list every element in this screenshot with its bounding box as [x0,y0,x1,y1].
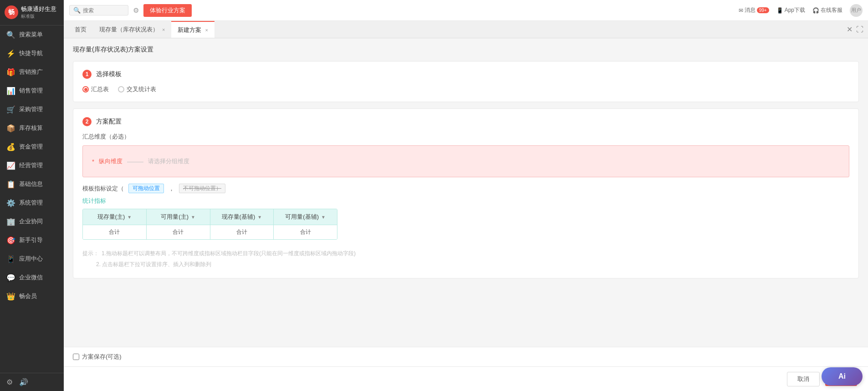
search-menu-icon: 🔍 [6,31,15,39]
sidebar-item-purchase[interactable]: 🛒 采购管理 [0,100,64,119]
page-title: 现存量(库存状况表)方案设置 [73,46,859,54]
sidebar-logo: 畅 畅康通好生意 标准版 [0,0,64,26]
topbar-right: ✉ 消息 99+ 📱 App下载 🎧 在线客服 用户 [739,4,863,17]
sidebar-item-label: 搜索菜单 [19,31,43,39]
sidebar-item-system[interactable]: ⚙️ 系统管理 [0,194,64,212]
headset-icon: 🎧 [812,7,819,14]
app-center-icon: 📱 [6,255,15,263]
vertical-dim-placeholder: 请选择分组维度 [148,157,189,165]
service-label: 在线客服 [821,6,842,14]
save-label: 方案保存(可选) [82,353,122,361]
settings-gear-icon[interactable]: ⚙ [133,6,139,15]
indicator-movable: 可拖动位置 [128,184,164,193]
sidebar-item-quick-nav[interactable]: ⚡ 快捷导航 [0,44,64,63]
tabbar-controls: ✕ ⛶ [847,25,863,34]
message-button[interactable]: ✉ 消息 99+ [739,6,769,14]
sidebar-item-wechat[interactable]: 💬 企业微信 [0,268,64,287]
sidebar-item-finance[interactable]: 💰 资金管理 [0,138,64,156]
sidebar-item-inventory[interactable]: 📦 库存核算 [0,119,64,138]
sidebar-item-basic-info[interactable]: 📋 基础信息 [0,175,64,194]
tab-inventory-status[interactable]: 现存量（库存状况表） × [93,21,171,38]
sidebar-item-label: 企业微信 [19,273,43,282]
col-2[interactable]: 现存量(基辅) ▼ [210,209,274,225]
tip-item-1: 2. 点击标题栏下拉可设置排序、插入列和删除列 [82,259,849,270]
tabbar: 首页 现存量（库存状况表） × 新建方案 × ✕ ⛶ [64,21,868,38]
sidebar-item-label: 销售管理 [19,87,43,95]
col-1[interactable]: 可用量(主) ▼ [147,209,210,225]
step2-title: 方案配置 [96,118,122,126]
close-panel-icon[interactable]: ✕ [847,25,853,34]
radio-cross[interactable]: 交叉统计表 [118,85,156,93]
search-input[interactable] [83,7,124,14]
tab-inventory-close-icon[interactable]: × [162,27,165,32]
indicator-fixed: 不可拖动位置） [179,184,225,193]
sidebar-item-label: 采购管理 [19,105,43,113]
message-icon: ✉ [739,7,743,14]
step1-num: 1 [82,70,92,79]
step2-header: 2 方案配置 [82,117,849,126]
col-1-chevron-icon: ▼ [191,215,195,220]
sidebar-item-business[interactable]: 📈 经营管理 [0,156,64,175]
app-name: 畅康通好生意 [21,5,56,13]
vertical-dim-field: * 纵向维度 —— 请选择分组维度 [92,157,189,166]
business-icon: 📈 [6,161,15,170]
online-service-button[interactable]: 🎧 在线客服 [812,6,842,14]
template-setting-label: 模板指标设定（ [82,185,124,193]
sidebar-item-label: 系统管理 [19,199,43,207]
inventory-icon: 📦 [6,124,15,133]
template-radio-group: 汇总表 交叉统计表 [82,85,849,93]
tab-new-scheme[interactable]: 新建方案 × [171,21,214,38]
save-checkbox[interactable] [73,354,79,360]
tips-section: 提示： 1.拖动标题栏可以调整布局，不可跨维度或指标区域拖动栏目字段(只能在同一… [82,248,849,270]
sidebar: 畅 畅康通好生意 标准版 🔍 搜索菜单 ⚡ 快捷导航 🎁 营销推广 📊 销售管理… [0,0,64,391]
trial-button[interactable]: 体验行业方案 [143,4,192,17]
marketing-icon: 🎁 [6,68,15,77]
sidebar-item-label: 应用中心 [19,255,43,263]
cell-1: 合计 [147,225,210,239]
finance-icon: 💰 [6,143,15,151]
main-area: 🔍 ⚙ 体验行业方案 ✉ 消息 99+ 📱 App下载 🎧 在线客服 用户 首页 [64,0,868,391]
footer-bar: 取消 查询 [64,366,868,391]
sidebar-item-vip[interactable]: 👑 畅会员 [0,287,64,306]
radio-summary-label: 汇总表 [91,85,109,93]
tip-0-text: 1.拖动标题栏可以调整布局，不可跨维度或指标区域拖动栏目字段(只能在同一维度或指… [102,248,356,259]
ai-badge[interactable]: Ai [822,367,863,386]
sidebar-item-label: 企业协同 [19,217,43,226]
col-1-label: 可用量(主) [161,213,189,221]
col-3-chevron-icon: ▼ [321,215,326,220]
cancel-button[interactable]: 取消 [787,372,820,386]
page-content: 现存量(库存状况表)方案设置 1 选择模板 汇总表 交叉统计表 [64,38,868,347]
sidebar-item-label: 资金管理 [19,143,43,151]
col-3[interactable]: 可用量(基辅) ▼ [274,209,337,225]
enterprise-icon: 🏢 [6,217,15,226]
expand-panel-icon[interactable]: ⛶ [856,26,863,34]
topbar-search-box[interactable]: 🔍 [69,5,128,15]
sidebar-item-label: 营销推广 [19,68,43,76]
step1-card: 1 选择模板 汇总表 交叉统计表 [73,61,859,102]
sidebar-nav: 🔍 搜索菜单 ⚡ 快捷导航 🎁 营销推广 📊 销售管理 🛒 采购管理 📦 库存核… [0,26,64,373]
col-0-chevron-icon: ▼ [127,215,132,220]
tab-home[interactable]: 首页 [68,21,93,38]
sidebar-item-newbie[interactable]: 🎯 新手引导 [0,231,64,250]
app-tag: 标准版 [21,13,56,20]
avatar[interactable]: 用户 [850,4,863,17]
sidebar-bottom: ⚙ 🔊 [0,373,64,391]
app-download-button[interactable]: 📱 App下载 [776,6,805,14]
sidebar-item-enterprise[interactable]: 🏢 企业协同 [0,212,64,231]
radio-summary[interactable]: 汇总表 [82,85,109,93]
sidebar-item-app-center[interactable]: 📱 应用中心 [0,250,64,268]
sidebar-item-marketing[interactable]: 🎁 营销推广 [0,63,64,82]
tip-title: 提示： [82,248,99,259]
sidebar-item-search-menu[interactable]: 🔍 搜索菜单 [0,26,64,44]
step1-header: 1 选择模板 [82,70,849,79]
sidebar-item-sales[interactable]: 📊 销售管理 [0,82,64,100]
stats-section-label: 统计指标 [82,197,849,205]
settings-icon[interactable]: ⚙ [6,378,13,386]
step1-title: 选择模板 [96,70,122,78]
summary-dim-label: 汇总维度（必选） [82,133,849,141]
tab-new-scheme-close-icon[interactable]: × [205,27,208,33]
wechat-icon: 💬 [6,273,15,282]
col-0[interactable]: 现存量(主) ▼ [83,209,147,225]
audio-icon[interactable]: 🔊 [19,378,28,386]
sidebar-item-label: 畅会员 [19,292,37,300]
